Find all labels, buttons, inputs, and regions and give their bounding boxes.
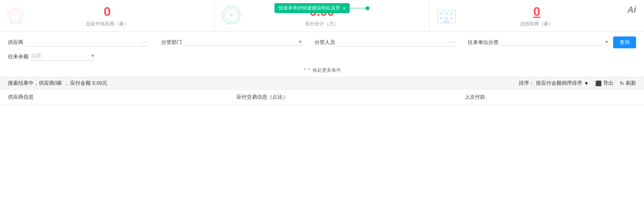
supplier-input[interactable] (26, 39, 140, 45)
svg-rect-8 (450, 12, 453, 15)
collapse-button[interactable]: ⌃⌃ 收起更多条件 (303, 67, 341, 74)
export-button[interactable]: ⬛ 导出 (595, 80, 614, 87)
filter-label-person: 分管人员 (314, 39, 335, 46)
building-icon (436, 6, 457, 25)
stat-total-suppliers: 0 总供应商（家） Ai (430, 0, 644, 31)
results-amount: 应付金额 0.00元 (70, 80, 107, 86)
filter-label-unit-category: 往来单位分类 (468, 39, 499, 46)
th-transaction-info: 应付交易信息（占比） (236, 93, 465, 101)
collapse-up-icon: ⌃⌃ (303, 68, 311, 73)
th-last-payment: 上次付款 (465, 93, 636, 101)
filter-label-supplier: 供应商 (8, 39, 24, 46)
refresh-label: 刷新 (626, 80, 636, 87)
unit-category-chevron-icon: ▼ (604, 39, 609, 45)
person-dots-btn[interactable]: ··· (448, 38, 456, 46)
svg-rect-9 (440, 17, 443, 19)
stat-number-payable: 0 (104, 4, 111, 19)
query-button[interactable]: 查询 (613, 36, 636, 48)
results-actions: 排序： 按应付会额倒序排序 ▼ ⬛ 导出 ↻ 刷新 (519, 80, 636, 87)
export-icon: ⬛ (595, 80, 602, 86)
diamond-icon (6, 6, 25, 26)
sort-chevron-icon: ▼ (584, 80, 589, 86)
filter-dept: 分管部门 ▼ (161, 39, 303, 46)
filter-section: 供应商 ··· 分管部门 ▼ 分管人员 ··· 往来单位分 (0, 32, 644, 77)
export-label: 导出 (603, 80, 614, 87)
table-header: 供应商信息 应付交易信息（占比） 上次付款 (0, 90, 644, 105)
results-separator: ， (64, 80, 69, 86)
results-bar: 搜索结果中，供应商0家 ， 应付金额 0.00元 排序： 按应付会额倒序排序 ▼… (0, 77, 644, 90)
balance-placeholder: 选择... (31, 52, 90, 59)
collapse-bar: ⌃⌃ 收起更多条件 (8, 65, 636, 77)
svg-rect-10 (445, 17, 448, 19)
supplier-input-wrap: ··· (26, 38, 149, 47)
coin-icon: ¥ (221, 4, 242, 27)
svg-rect-12 (444, 20, 450, 23)
sort-label: 排序： (519, 80, 534, 87)
filter-label-balance: 往来余额 (8, 53, 29, 60)
tooltip-text: 快速录单的快捷键说明在这里 (278, 5, 340, 11)
svg-rect-7 (445, 12, 448, 15)
filter-row-1: 供应商 ··· 分管部门 ▼ 分管人员 ··· 往来单位分 (8, 36, 636, 48)
stat-payable-total: ¥ 0.00 应付合计（万） 快速录单的快捷键说明在这里 × (215, 0, 429, 31)
tooltip-container: 快速录单的快捷键说明在这里 × (274, 3, 370, 13)
stat-number-suppliers: 0 (533, 4, 540, 19)
dept-chevron-icon: ▼ (298, 39, 303, 45)
person-input-wrap: ··· (337, 38, 456, 47)
tooltip-dot (366, 6, 370, 10)
filter-unit-category: 往来单位分类 ▼ (468, 39, 609, 46)
ai-badge: Ai (627, 5, 636, 15)
sort-selector[interactable]: 排序： 按应付会额倒序排序 ▼ (519, 80, 589, 87)
table-body (0, 105, 644, 204)
tooltip-bubble: 快速录单的快捷键说明在这里 × (274, 3, 350, 13)
filter-row-2: 往来余额 选择... ▼ (8, 52, 636, 61)
tooltip-close-btn[interactable]: × (343, 6, 346, 11)
stat-total-payable-suppliers: 0 总应付供应商（家） (0, 0, 215, 31)
sort-value: 按应付会额倒序排序 (536, 80, 582, 87)
tooltip-line (350, 8, 366, 8)
th-supplier-info: 供应商信息 (8, 93, 236, 101)
stat-label-total: 应付合计（万） (305, 21, 339, 27)
filter-supplier: 供应商 ··· (8, 38, 149, 47)
dept-select-wrap[interactable]: ▼ (184, 39, 303, 46)
stats-bar: 0 总应付供应商（家） ¥ 0.00 应付合计（万） 快速录单的快捷键说明在这里… (0, 0, 644, 32)
stat-label-payable: 总应付供应商（家） (86, 21, 129, 27)
filter-person: 分管人员 ··· (314, 38, 456, 47)
refresh-button[interactable]: ↻ 刷新 (620, 80, 636, 87)
svg-marker-1 (10, 10, 21, 21)
person-input[interactable] (337, 39, 447, 45)
refresh-icon: ↻ (620, 80, 624, 86)
svg-rect-6 (440, 12, 443, 15)
supplier-dots-btn[interactable]: ··· (142, 38, 149, 46)
svg-rect-11 (450, 17, 453, 19)
collapse-label: 收起更多条件 (312, 67, 341, 74)
balance-select-wrap[interactable]: 选择... ▼ (31, 52, 95, 61)
unit-category-select-wrap[interactable]: ▼ (501, 39, 609, 46)
results-text: 搜索结果中，供应商0家 (8, 80, 62, 86)
stat-label-suppliers: 总供应商（家） (520, 21, 553, 27)
results-summary: 搜索结果中，供应商0家 ， 应付金额 0.00元 (8, 80, 107, 87)
balance-chevron-icon: ▼ (90, 53, 95, 59)
svg-text:¥: ¥ (230, 12, 233, 18)
filter-balance: 往来余额 选择... ▼ (8, 52, 95, 61)
filter-label-dept: 分管部门 (161, 39, 182, 46)
